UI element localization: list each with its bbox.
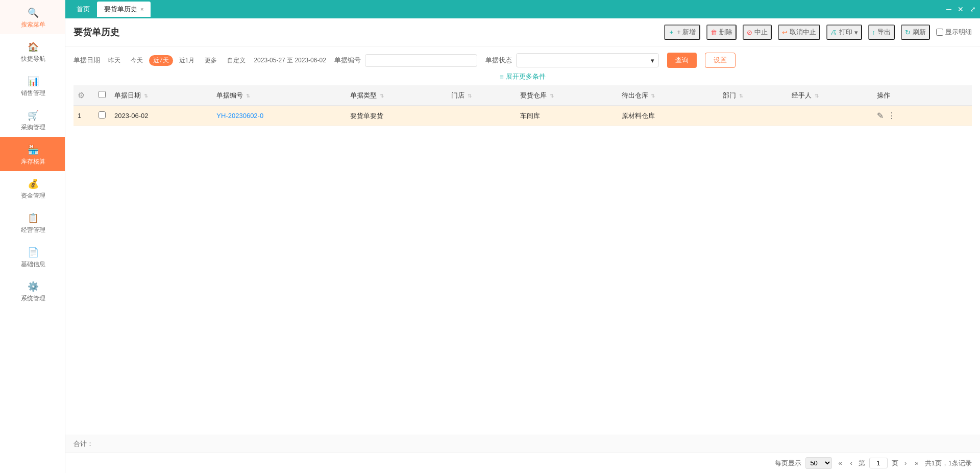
window-close-icon[interactable]: ✕ xyxy=(958,5,964,13)
page-title: 要货单历史 xyxy=(74,26,119,38)
col-bill-type: 单据类型 ⇅ xyxy=(346,85,447,106)
query-button[interactable]: 查询 xyxy=(667,53,697,68)
page-size-select[interactable]: 50 100 200 xyxy=(805,457,832,469)
delete-label: 删除 xyxy=(719,28,732,37)
sidebar-item-label: 搜索菜单 xyxy=(21,20,45,29)
display-detail-label: 显示明细 xyxy=(945,28,972,37)
print-button[interactable]: 🖨 打印 ▾ xyxy=(826,25,862,40)
refresh-label: 刷新 xyxy=(913,28,926,37)
date-filter-label: 单据日期 xyxy=(74,56,100,65)
next-page-btn[interactable]: › xyxy=(902,458,909,468)
row-more-icon[interactable]: ⋮ xyxy=(888,111,896,121)
export-button[interactable]: ↑ 导出 xyxy=(868,25,895,40)
basic-info-icon: 📄 xyxy=(28,247,39,258)
sidebar-item-system[interactable]: ⚙️ 系统管理 xyxy=(0,274,65,308)
expand-more-conditions[interactable]: ≡ 展开更多条件 xyxy=(74,72,972,81)
settings-button[interactable]: 设置 xyxy=(705,53,736,68)
tab-home[interactable]: 首页 xyxy=(69,2,97,17)
date-btn-yesterday[interactable]: 昨天 xyxy=(104,55,125,66)
refresh-button[interactable]: ↻ 刷新 xyxy=(901,25,930,40)
search-menu-icon: 🔍 xyxy=(28,7,39,18)
req-warehouse-sort-icon[interactable]: ⇅ xyxy=(550,93,554,99)
delete-icon: 🗑 xyxy=(710,29,717,36)
sidebar-item-finance[interactable]: 💰 资金管理 xyxy=(0,171,65,205)
first-page-btn[interactable]: « xyxy=(836,458,844,468)
bill-type-sort-icon[interactable]: ⇅ xyxy=(380,93,384,99)
select-all-checkbox[interactable] xyxy=(99,91,106,98)
date-btn-custom[interactable]: 自定义 xyxy=(223,55,250,66)
main-content: 首页 要货单历史 × ─ ✕ ⤢ 要货单历史 ＋ + 新增 🗑 删除 xyxy=(65,0,980,473)
table-container: ⚙ 单据日期 ⇅ 单据编号 ⇅ xyxy=(65,85,980,435)
new-button[interactable]: ＋ + 新增 xyxy=(664,25,700,40)
date-btn-7days[interactable]: 近7天 xyxy=(149,55,173,66)
sidebar-item-basic-info[interactable]: 📄 基础信息 xyxy=(0,240,65,274)
sidebar-item-inventory[interactable]: 🏪 库存核算 xyxy=(0,137,65,171)
refresh-icon: ↻ xyxy=(905,29,911,36)
tab-close-icon[interactable]: × xyxy=(140,6,143,12)
row-handler xyxy=(788,106,873,126)
inventory-icon: 🏪 xyxy=(28,144,39,155)
sidebar-item-quick-nav[interactable]: 🏠 快捷导航 xyxy=(0,34,65,68)
bill-status-filter-group: 单据状态 ▾ xyxy=(485,53,659,67)
pending-warehouse-sort-icon[interactable]: ⇅ xyxy=(651,93,655,99)
cancel-stop-button[interactable]: ↩ 取消中止 xyxy=(778,25,820,40)
data-table: ⚙ 单据日期 ⇅ 单据编号 ⇅ xyxy=(74,85,972,126)
table-footer: 合计： xyxy=(65,435,980,453)
per-page-label: 每页显示 xyxy=(775,459,801,468)
sidebar-item-purchase[interactable]: 🛒 采购管理 xyxy=(0,103,65,137)
row-edit-icon[interactable]: ✎ xyxy=(877,111,884,121)
bill-no-input[interactable] xyxy=(365,54,477,67)
status-dropdown-icon: ▾ xyxy=(651,57,654,64)
tabs-right-controls: ─ ✕ ⤢ xyxy=(946,5,976,13)
bill-no-label: 单据编号 xyxy=(334,56,361,65)
operations-icon: 📋 xyxy=(28,212,39,224)
prev-page-btn[interactable]: ‹ xyxy=(848,458,854,468)
finance-icon: 💰 xyxy=(28,178,39,190)
stop-button[interactable]: ⊘ 中止 xyxy=(743,25,772,40)
delete-button[interactable]: 🗑 删除 xyxy=(706,25,737,40)
col-settings: ⚙ xyxy=(74,85,94,106)
sidebar-item-label: 经营管理 xyxy=(21,226,45,234)
department-sort-icon[interactable]: ⇅ xyxy=(739,93,743,99)
table-settings-icon[interactable]: ⚙ xyxy=(78,91,85,100)
sidebar-item-label: 快捷导航 xyxy=(21,55,45,63)
window-expand-icon[interactable]: ⤢ xyxy=(970,5,976,13)
row-bill-no: YH-20230602-0 xyxy=(212,106,346,126)
table-row: 1 2023-06-02 YH-20230602-0 要货单要货 车间库 原材料… xyxy=(74,106,972,126)
bill-no-link[interactable]: YH-20230602-0 xyxy=(216,112,263,120)
sidebar-item-label: 资金管理 xyxy=(21,192,45,200)
row-req-warehouse: 车间库 xyxy=(516,106,617,126)
row-checkbox[interactable] xyxy=(99,111,106,119)
display-detail-checkbox[interactable] xyxy=(936,29,943,36)
sidebar-item-sales[interactable]: 📊 销售管理 xyxy=(0,68,65,103)
sidebar-item-label: 系统管理 xyxy=(21,294,45,303)
bill-no-sort-icon[interactable]: ⇅ xyxy=(246,93,250,99)
page-input[interactable] xyxy=(869,458,888,468)
date-btn-today[interactable]: 今天 xyxy=(127,55,147,66)
expand-icon: ≡ xyxy=(500,73,504,81)
date-btn-more[interactable]: 更多 xyxy=(201,55,221,66)
tab-active[interactable]: 要货单历史 × xyxy=(97,2,151,17)
tabs-bar: 首页 要货单历史 × ─ ✕ ⤢ xyxy=(65,0,980,18)
print-label: 打印 xyxy=(839,28,852,37)
row-bill-type: 要货单要货 xyxy=(346,106,447,126)
tab-home-label: 首页 xyxy=(77,5,90,14)
col-bill-no: 单据编号 ⇅ xyxy=(212,85,346,106)
sidebar-item-search-menu[interactable]: 🔍 搜索菜单 xyxy=(0,0,65,34)
bill-status-select[interactable]: ▾ xyxy=(516,53,659,67)
sidebar-item-operations[interactable]: 📋 经营管理 xyxy=(0,205,65,240)
date-btn-1month[interactable]: 近1月 xyxy=(175,55,199,66)
toolbar: ＋ + 新增 🗑 删除 ⊘ 中止 ↩ 取消中止 🖨 打印 xyxy=(664,25,972,40)
cancel-stop-label: 取消中止 xyxy=(790,28,816,37)
last-page-btn[interactable]: » xyxy=(913,458,920,468)
page-unit: 页 xyxy=(892,459,898,468)
display-detail-toggle[interactable]: 显示明细 xyxy=(936,28,972,37)
col-pending-warehouse: 待出仓库 ⇅ xyxy=(618,85,719,106)
bill-date-sort-icon[interactable]: ⇅ xyxy=(144,93,148,99)
handler-sort-icon[interactable]: ⇅ xyxy=(815,93,819,99)
filter-row-1: 单据日期 昨天 今天 近7天 近1月 更多 自定义 2023-05-27 至 2… xyxy=(74,53,972,68)
col-checkbox xyxy=(94,85,110,106)
store-sort-icon[interactable]: ⇅ xyxy=(468,93,472,99)
sidebar-item-label: 采购管理 xyxy=(21,123,45,132)
window-minimize-icon[interactable]: ─ xyxy=(946,5,951,13)
